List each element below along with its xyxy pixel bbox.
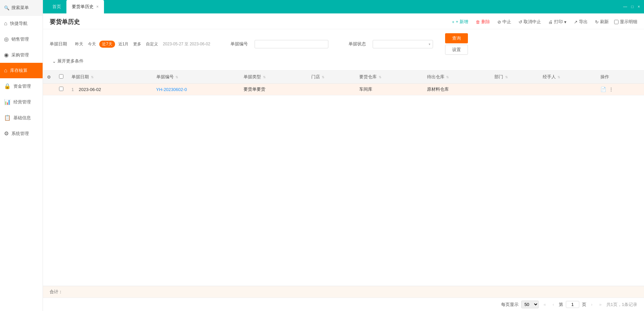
sidebar-search[interactable]: 🔍 搜索菜单 (0, 0, 43, 16)
tab-close-icon[interactable]: × (96, 4, 99, 9)
sidebar-item-sales[interactable]: ◎ 销售管理 (0, 31, 43, 47)
sidebar-item-inventory[interactable]: ⌂ 库存核算 (0, 63, 43, 78)
filter-area: 单据日期 昨天 今天 近7天 近1月 更多 自定义 2023-05-27 至 2… (43, 29, 644, 71)
col-pending-warehouse[interactable]: 待出仓库 ⇅ (423, 71, 491, 84)
page-input[interactable] (566, 301, 579, 308)
row-settings-cell (43, 84, 55, 95)
row-department-cell (490, 84, 538, 95)
doc-no-input[interactable] (255, 40, 328, 48)
refresh-button[interactable]: ↻ 刷新 (593, 17, 611, 26)
print-icon: 🖨 (548, 19, 553, 25)
table-header-row: ⚙ 单据日期 ⇅ 单据编号 ⇅ (43, 71, 644, 84)
date-btn-1month[interactable]: 近1月 (117, 41, 130, 48)
date-btn-more[interactable]: 更多 (132, 41, 143, 48)
col-department-label: 部门 (494, 74, 503, 79)
select-all-checkbox[interactable] (59, 74, 63, 79)
sidebar-item-purchase[interactable]: ◉ 采购管理 (0, 47, 43, 63)
col-doc-type-label: 单据类型 (244, 74, 261, 79)
sidebar-item-label-finance: 资金管理 (13, 83, 31, 89)
date-filter-label: 单据日期 (50, 41, 67, 47)
doc-status-select[interactable] (373, 40, 433, 48)
col-store-label: 门店 (311, 74, 320, 79)
col-handler[interactable]: 经手人 ⇅ (539, 71, 596, 84)
sort-icon-doc-no: ⇅ (175, 75, 178, 79)
stop-button[interactable]: ⊘ 中止 (495, 17, 513, 26)
query-button[interactable]: 查询 (445, 33, 468, 43)
sort-icon-doc-type: ⇅ (263, 75, 266, 79)
col-doc-no-label: 单据编号 (156, 74, 174, 79)
expand-label: 展开更多条件 (57, 58, 84, 64)
tab-requisition-label: 要货单历史 (72, 4, 94, 10)
sidebar-item-operations[interactable]: 📊 经营管理 (0, 94, 43, 110)
prev-page-button[interactable]: ‹ (551, 301, 556, 308)
refresh-icon: ↻ (595, 19, 599, 25)
setting-button[interactable]: 设置 (445, 45, 468, 55)
close-window-button[interactable]: × (638, 4, 640, 9)
row-doc-type: 要货单要货 (244, 87, 265, 92)
page-prefix-label: 第 (559, 302, 563, 308)
sidebar-item-basic-info[interactable]: 📋 基础信息 (0, 110, 43, 126)
finance-icon: 🔒 (4, 83, 11, 89)
show-detail-checkbox[interactable]: 显示明细 (614, 19, 637, 25)
col-req-warehouse-label: 要货仓库 (359, 74, 377, 79)
table-row: 1 2023-06-02 YH-20230602-0 要货单要货 (43, 84, 644, 95)
export-button[interactable]: ↗ 导出 (572, 17, 590, 26)
sidebar-item-label-inventory: 库存核算 (10, 68, 28, 74)
next-page-button[interactable]: › (589, 301, 594, 308)
col-doc-date-label: 单据日期 (71, 74, 89, 79)
cancel-stop-button[interactable]: ↺ 取消中止 (517, 17, 543, 26)
show-detail-input[interactable] (614, 20, 619, 24)
expand-more-button[interactable]: ⌄ 展开更多条件 (50, 57, 86, 65)
pagination-bar: 每页显示 50 100 « ‹ 第 页 › » 共1页，1条记录 (43, 298, 644, 311)
sidebar-item-label-operations: 经营管理 (13, 99, 31, 105)
sidebar-item-quick-nav[interactable]: ⌂ 快捷导航 (0, 16, 43, 31)
date-btn-yesterday[interactable]: 昨天 (74, 41, 85, 48)
per-page-select[interactable]: 50 100 (521, 301, 539, 308)
row-doc-no-cell: YH-20230602-0 (152, 84, 240, 95)
date-btn-today[interactable]: 今天 (87, 41, 97, 48)
col-doc-no[interactable]: 单据编号 ⇅ (152, 71, 240, 84)
col-req-warehouse[interactable]: 要货仓库 ⇅ (355, 71, 423, 84)
refresh-label: 刷新 (600, 19, 609, 25)
table-container: ⚙ 单据日期 ⇅ 单据编号 ⇅ (43, 71, 644, 286)
delete-label: 删除 (481, 19, 490, 25)
row-edit-icon[interactable]: 📄 (600, 87, 606, 92)
row-num-date-cell: 1 2023-06-02 (67, 84, 152, 95)
sidebar-item-label-system: 系统管理 (11, 131, 29, 137)
date-btn-custom[interactable]: 自定义 (145, 41, 159, 48)
sidebar-item-system[interactable]: ⚙ 系统管理 (0, 126, 43, 141)
top-bar: 首页 要货单历史 × — □ × (43, 0, 644, 13)
row-doc-no-link[interactable]: YH-20230602-0 (156, 87, 187, 92)
operations-icon: 📊 (4, 99, 11, 105)
col-actions: 操作 (596, 71, 644, 84)
summary-label: 合计： (50, 289, 63, 295)
page-actions: + + 新增 🗑 删除 ⊘ 中止 ↺ 取消中止 (450, 17, 637, 26)
col-department[interactable]: 部门 ⇅ (490, 71, 538, 84)
row-more-icon[interactable]: ⋮ (609, 87, 613, 92)
maximize-button[interactable]: □ (631, 4, 634, 9)
filter-row-expand: ⌄ 展开更多条件 (50, 57, 637, 65)
delete-button[interactable]: 🗑 删除 (474, 17, 492, 26)
cancel-stop-label: 取消中止 (524, 19, 541, 25)
print-button[interactable]: 🖨 打印 ▾ (546, 17, 569, 26)
sidebar-item-finance[interactable]: 🔒 资金管理 (0, 78, 43, 94)
col-store[interactable]: 门店 ⇅ (307, 71, 355, 84)
new-label: + 新增 (456, 19, 468, 25)
date-btn-7days[interactable]: 近7天 (99, 41, 115, 48)
row-pending-warehouse-cell: 原材料仓库 (423, 84, 491, 95)
date-range-display: 2023-05-27 至 2023-06-02 (163, 41, 210, 47)
content-area: 要货单历史 + + 新增 🗑 删除 ⊘ 中止 ↺ (43, 13, 644, 311)
filter-row-1: 单据日期 昨天 今天 近7天 近1月 更多 自定义 2023-05-27 至 2… (50, 33, 637, 55)
new-button[interactable]: + + 新增 (450, 17, 470, 26)
tab-home[interactable]: 首页 (47, 0, 66, 13)
last-page-button[interactable]: » (597, 301, 603, 308)
sort-icon-req-warehouse: ⇅ (379, 75, 381, 79)
first-page-button[interactable]: « (541, 301, 548, 308)
col-settings: ⚙ (43, 71, 55, 84)
col-doc-type[interactable]: 单据类型 ⇅ (239, 71, 307, 84)
col-doc-date[interactable]: 单据日期 ⇅ (67, 71, 152, 84)
tab-requisition-history[interactable]: 要货单历史 × (66, 0, 104, 13)
minimize-button[interactable]: — (623, 4, 627, 9)
row-checkbox[interactable] (59, 87, 63, 91)
row-doc-type-cell: 要货单要货 (239, 84, 307, 95)
